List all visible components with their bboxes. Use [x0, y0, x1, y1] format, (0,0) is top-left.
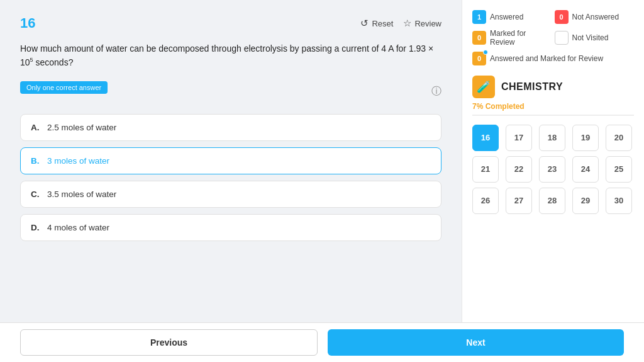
- answered-label: Answered: [490, 13, 523, 21]
- info-icon[interactable]: ⓘ: [431, 85, 441, 98]
- dot-indicator: [483, 50, 488, 55]
- question-grid-btn-19[interactable]: 19: [572, 125, 599, 151]
- question-grid-btn-29[interactable]: 29: [572, 188, 599, 214]
- question-grid-btn-30[interactable]: 30: [606, 188, 632, 214]
- marked-label: Marked for Review: [490, 29, 552, 47]
- reset-label: Reset: [372, 19, 393, 28]
- subject-header: 🧪 CHEMISTRY: [472, 76, 634, 98]
- question-grid-btn-18[interactable]: 18: [539, 125, 565, 151]
- review-label: Review: [414, 19, 441, 28]
- answered-marked-count: 0: [477, 55, 481, 62]
- question-grid-btn-22[interactable]: 22: [506, 156, 532, 183]
- not-answered-label: Not Answered: [572, 13, 619, 21]
- question-header: 16 ↺ Reset ☆ Review: [20, 15, 441, 31]
- question-grid-btn-28[interactable]: 28: [539, 188, 565, 214]
- not-answered-badge: 0: [555, 10, 569, 24]
- right-panel: 1 Answered 0 Not Answered 0 Marked for R…: [462, 0, 644, 322]
- question-grid-btn-20[interactable]: 20: [606, 125, 632, 151]
- question-panel: 16 ↺ Reset ☆ Review How much amount of w…: [0, 0, 462, 322]
- reset-icon: ↺: [360, 18, 369, 29]
- option-c-label: C.: [31, 189, 41, 199]
- next-button[interactable]: Next: [328, 329, 624, 356]
- review-icon: ☆: [403, 18, 411, 29]
- question-grid-btn-17[interactable]: 17: [506, 125, 532, 151]
- legend-not-visited: Not Visited: [555, 29, 635, 47]
- option-b[interactable]: B. 3 moles of water: [20, 147, 441, 174]
- legend-answered: 1 Answered: [472, 10, 552, 24]
- option-a-label: A.: [31, 123, 41, 132]
- legend: 1 Answered 0 Not Answered 0 Marked for R…: [472, 10, 634, 65]
- option-c[interactable]: C. 3.5 moles of water: [20, 181, 441, 208]
- option-c-text: 3.5 moles of water: [47, 189, 116, 199]
- previous-button[interactable]: Previous: [20, 329, 318, 356]
- question-text-before: How much amount of water can be decompos…: [20, 43, 433, 67]
- option-a[interactable]: A. 2.5 moles of water: [20, 114, 441, 141]
- marked-badge: 0: [472, 31, 486, 45]
- question-grid-btn-25[interactable]: 25: [606, 156, 632, 183]
- not-visited-label: Not Visited: [572, 33, 609, 42]
- question-grid-btn-23[interactable]: 23: [539, 156, 565, 183]
- progress-text: 7% Completed: [472, 102, 634, 111]
- question-grid-btn-27[interactable]: 27: [506, 188, 532, 214]
- option-b-text: 3 moles of water: [47, 156, 109, 166]
- answered-marked-badge: 0: [472, 52, 486, 65]
- question-text-after: seconds?: [33, 57, 74, 67]
- reset-button[interactable]: ↺ Reset: [360, 18, 393, 29]
- question-grid: 161718192021222324252627282930: [472, 125, 634, 214]
- option-d[interactable]: D. 4 moles of water: [20, 214, 441, 241]
- option-b-label: B.: [31, 156, 41, 166]
- question-grid-btn-21[interactable]: 21: [472, 156, 499, 183]
- review-button[interactable]: ☆ Review: [403, 18, 441, 29]
- legend-answered-marked: 0 Answered and Marked for Review: [472, 52, 634, 65]
- subject-name: CHEMISTRY: [501, 81, 563, 93]
- question-actions: ↺ Reset ☆ Review: [360, 18, 441, 29]
- question-text: How much amount of water can be decompos…: [20, 42, 441, 70]
- subject-icon: 🧪: [472, 76, 495, 98]
- question-grid-btn-26[interactable]: 26: [472, 188, 499, 214]
- legend-not-answered: 0 Not Answered: [555, 10, 635, 24]
- answered-marked-label: Answered and Marked for Review: [490, 54, 603, 63]
- option-a-text: 2.5 moles of water: [47, 123, 116, 132]
- option-d-text: 4 moles of water: [47, 223, 109, 232]
- answered-badge: 1: [472, 10, 486, 24]
- legend-marked: 0 Marked for Review: [472, 29, 552, 47]
- not-visited-badge: [555, 31, 569, 45]
- question-number: 16: [20, 15, 35, 31]
- question-grid-btn-16[interactable]: 16: [472, 125, 499, 151]
- answer-type-badge: Only one correct answer: [20, 81, 108, 94]
- question-grid-btn-24[interactable]: 24: [572, 156, 599, 183]
- option-d-label: D.: [31, 223, 41, 232]
- options-area: A. 2.5 moles of water B. 3 moles of wate…: [20, 114, 441, 241]
- progress-divider: [472, 115, 634, 116]
- bottom-navigation: Previous Next: [0, 322, 644, 362]
